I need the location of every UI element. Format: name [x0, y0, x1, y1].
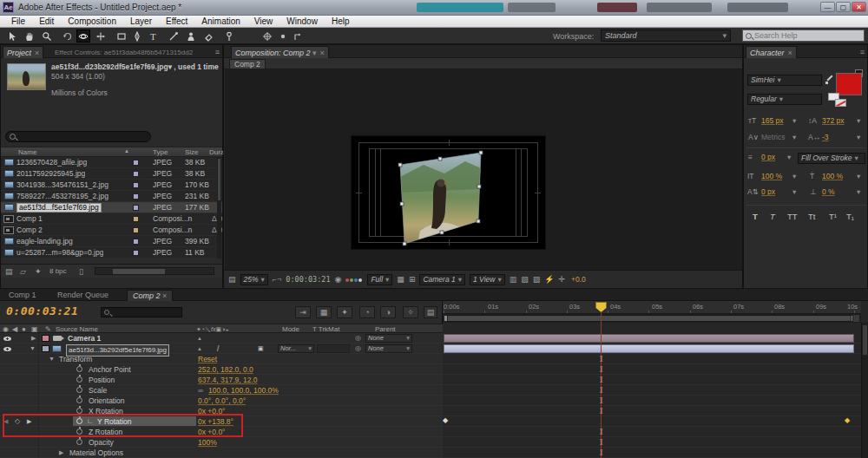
eraser-tool[interactable]	[201, 29, 215, 43]
delete-icon[interactable]: ▯	[79, 267, 83, 276]
group-label[interactable]: Transform	[59, 354, 92, 364]
label-color[interactable]	[133, 182, 139, 188]
font-style-select[interactable]: Regular▾	[747, 94, 822, 105]
tab-comp1[interactable]: Comp 1	[3, 290, 42, 301]
stopwatch-icon[interactable]	[76, 439, 82, 445]
chevron-down-icon[interactable]: ▾	[792, 116, 796, 125]
project-item-row[interactable]: Comp 1Composi...nΔ 0	[1, 213, 222, 225]
help-search-box[interactable]	[742, 29, 865, 42]
image-layer-bar[interactable]	[444, 344, 854, 353]
timeline-icon[interactable]: ✛	[558, 275, 565, 284]
exposure-value[interactable]: +0.0	[571, 275, 586, 284]
breadcrumb-comp[interactable]: Comp 2	[229, 59, 266, 69]
label-color[interactable]	[133, 239, 139, 245]
parent-select[interactable]: None▾	[365, 334, 412, 343]
chevron-down-icon[interactable]: ▾	[857, 133, 860, 141]
leading-value[interactable]: 372 px	[822, 116, 845, 125]
column-trkmat[interactable]: T TrkMat	[312, 325, 339, 333]
grid-guides-icon[interactable]: ⊞	[409, 275, 416, 284]
maximize-button[interactable]: ▢	[836, 2, 851, 12]
tab-character[interactable]: Character×	[746, 46, 797, 58]
superscript-button[interactable]: T¹	[829, 212, 837, 221]
project-columns-header[interactable]: Name ▲ Type Size Duratio	[1, 147, 222, 157]
layer-name[interactable]: Camera 1	[68, 333, 101, 344]
channel-icon[interactable]	[345, 275, 363, 284]
tab-project[interactable]: Project×	[3, 46, 43, 58]
shy-icon[interactable]: ▲	[197, 344, 202, 354]
label-color[interactable]	[133, 250, 139, 256]
chevron-down-icon[interactable]: ▾	[787, 153, 791, 161]
quality-icon[interactable]: /	[217, 344, 219, 354]
project-item-row[interactable]: u=25287...m=98&gp=0.jpgJPEG11 KB	[1, 247, 222, 258]
tab-effect-controls[interactable]: Effect Controls: ae51f3dab48f6b5471315dd…	[55, 47, 201, 58]
eyedropper-icon[interactable]	[825, 76, 833, 84]
tsume-value[interactable]: 0 %	[822, 187, 835, 196]
menu-view[interactable]: View	[248, 16, 279, 26]
eye-icon[interactable]	[3, 337, 11, 341]
close-icon[interactable]: ×	[788, 49, 792, 57]
font-family-select[interactable]: SimHei▾	[747, 75, 822, 86]
comp-marker-button[interactable]	[852, 314, 860, 323]
transform-reset[interactable]: Reset	[198, 354, 217, 364]
no-stroke-icon[interactable]	[835, 99, 846, 107]
property-value[interactable]: 100%	[198, 437, 217, 448]
blend-mode-select[interactable]: Nor...▾	[278, 344, 314, 353]
property-value[interactable]: 100.0, 100.0, 100.0%	[208, 385, 279, 396]
mask-shape-tool[interactable]	[115, 29, 128, 43]
faux-bold-button[interactable]: T	[753, 212, 758, 221]
view-layout-select[interactable]: 1 View▾	[470, 274, 505, 285]
help-search-input[interactable]	[754, 31, 850, 40]
menu-file[interactable]: File	[5, 16, 31, 26]
tab-composition[interactable]: Composition: Comp 2 ▾×	[231, 46, 329, 58]
composition-mini-flowchart-button[interactable]: ⇥	[295, 306, 311, 318]
tab-comp2-active[interactable]: Comp 2 ×	[127, 290, 173, 301]
axis-mode-world-button[interactable]	[276, 29, 290, 43]
chevron-down-icon[interactable]: ▾	[857, 172, 860, 180]
timeline-search-box[interactable]	[101, 307, 182, 317]
draft-3d-button[interactable]: ▦	[316, 306, 332, 318]
camera-layer-bar[interactable]	[444, 334, 854, 343]
menu-help[interactable]: Help	[326, 16, 356, 26]
hide-shy-layers-button[interactable]: ✦	[337, 306, 352, 318]
expand-arrow-icon[interactable]: ▶	[59, 448, 63, 458]
chevron-down-icon[interactable]: ▾	[792, 172, 796, 180]
parent-pickwhip-icon[interactable]: ◎	[355, 333, 361, 344]
project-horizontal-scrollbar[interactable]	[95, 267, 214, 275]
axis-mode-view-button[interactable]	[292, 29, 306, 43]
property-row-orientation[interactable]: Orientation0.0°, 0.0°, 0.0°	[0, 396, 443, 406]
menu-animation[interactable]: Animation	[195, 16, 246, 26]
column-source-name[interactable]: Source Name	[56, 325, 98, 333]
layer-color-label[interactable]	[42, 345, 49, 352]
project-item-row[interactable]: 1236570428_afile.jpgJPEG38 KB	[1, 157, 222, 168]
trkmat-select[interactable]	[317, 344, 350, 353]
project-search-input[interactable]	[18, 133, 131, 141]
all-caps-button[interactable]: TT	[787, 212, 798, 221]
motion-blur-button[interactable]: ◑	[380, 306, 396, 318]
label-color[interactable]	[133, 205, 139, 211]
preview-quality-icon[interactable]: ▧	[521, 275, 529, 284]
brainstorm-button[interactable]: ✧	[403, 306, 418, 318]
panel-menu-icon[interactable]: ≡	[860, 48, 865, 56]
label-color[interactable]	[133, 160, 139, 166]
brush-tool[interactable]	[167, 29, 181, 43]
menu-edit[interactable]: Edit	[33, 16, 60, 26]
camera-select[interactable]: Camera 1▾	[419, 274, 465, 285]
parent-select[interactable]: None▾	[365, 344, 412, 353]
interpret-footage-icon[interactable]: ▤	[5, 267, 13, 276]
snapshot-icon[interactable]: ◉	[335, 275, 342, 284]
property-row-opacity[interactable]: Opacity100%	[0, 437, 443, 448]
fast-preview-icon[interactable]: ⚡	[544, 275, 554, 284]
timeline-search-input[interactable]	[112, 309, 173, 317]
region-of-interest-icon[interactable]: ⌐¬	[273, 275, 282, 284]
keyframe-diamond-end[interactable]: ◆	[845, 416, 850, 424]
property-value[interactable]: 0.0°, 0.0°, 0.0°	[198, 396, 246, 406]
pan-behind-tool[interactable]	[94, 29, 108, 43]
link-icon[interactable]: ∞	[198, 385, 203, 396]
stopwatch-icon[interactable]	[76, 397, 82, 403]
chevron-down-icon[interactable]: ▾	[857, 116, 860, 125]
stroke-style-select[interactable]: Fill Over Stroke▾	[798, 153, 865, 164]
frame-blend-button[interactable]: ◔	[359, 306, 375, 318]
baseline-shift-value[interactable]: 0 px	[761, 187, 775, 196]
faux-italic-button[interactable]: T	[770, 212, 775, 221]
keyframe-diamond-start[interactable]: ◆	[443, 416, 448, 424]
